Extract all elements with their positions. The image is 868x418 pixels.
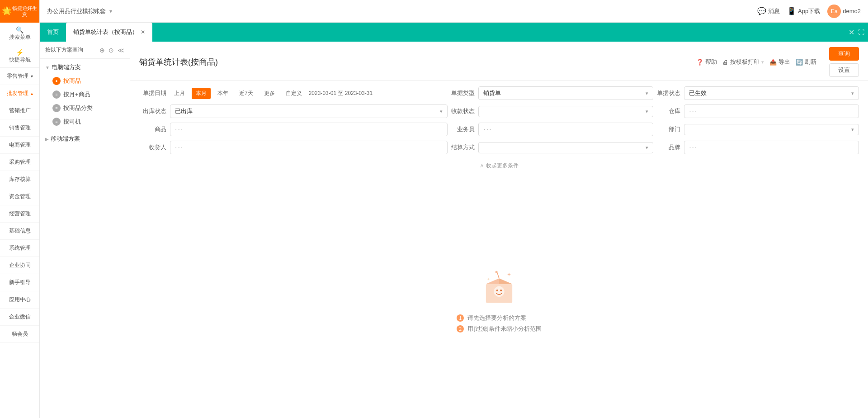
query-button[interactable]: 查询	[829, 47, 859, 61]
collapse-panel-icon[interactable]: ≪	[118, 47, 124, 54]
sidebar-item-member[interactable]: 畅会员	[0, 326, 39, 343]
app-logo: 🌟 畅捷通好生意	[0, 0, 39, 23]
app-download-btn[interactable]: 📱 App下载	[787, 7, 820, 15]
wh-status-arrow: ▾	[440, 109, 443, 114]
sidebar-item-wechat[interactable]: 企业微信	[0, 309, 39, 326]
tab-close-icon[interactable]: ✕	[141, 29, 145, 35]
sidebar-item-quicknav[interactable]: ⚡ 快捷导航	[0, 45, 39, 68]
tree-child-by-driver[interactable]: ≡ 按司机	[40, 115, 130, 128]
svg-point-5	[495, 271, 498, 273]
sidebar-item-search[interactable]: 🔍 搜索菜单	[0, 23, 39, 45]
sidebar-item-ecom[interactable]: 电商管理	[0, 137, 39, 154]
collapse-bar[interactable]: ∧ 收起更多条件	[139, 159, 859, 172]
refresh-btn[interactable]: 🔄 刷新	[796, 58, 816, 66]
dropdown-icon[interactable]: ▾	[109, 8, 112, 14]
chevron-up-icon: ▴	[31, 91, 33, 96]
tab-sales-stats[interactable]: 销货单统计表（按商品） ✕	[66, 23, 152, 42]
filter-area: 单据日期 上月 本月 本年 近7天 更多 自定义 2023-03-01 至 20…	[130, 81, 868, 178]
filter-cell-receipt-status: 收款状态 ▾	[448, 106, 653, 117]
payment-select[interactable]: ▾	[478, 142, 653, 153]
salesman-dots: ···	[483, 125, 492, 133]
tip-num-1: 1	[457, 314, 464, 322]
page-actions: ❓ 帮助 🖨 按模板打印 ▾ 📤 导出 🔄	[696, 58, 816, 66]
tree-expand-icon: ▼	[45, 65, 50, 70]
warehouse-input[interactable]: ···	[684, 104, 859, 118]
receiver-input[interactable]: ···	[170, 141, 448, 154]
settings-button[interactable]: 设置	[829, 63, 859, 77]
dept-select[interactable]: ▾	[684, 124, 859, 135]
settings-scheme-icon[interactable]: ⊙	[108, 47, 114, 54]
sidebar-item-marketing[interactable]: 营销推广	[0, 102, 39, 119]
empty-tip-2: 2 用[过滤]条件来缩小分析范围	[457, 325, 541, 333]
salesman-label: 业务员	[448, 125, 475, 133]
sidebar-item-basic[interactable]: 基础信息	[0, 223, 39, 240]
date-btn-7days[interactable]: 近7天	[235, 88, 257, 99]
add-scheme-icon[interactable]: ⊕	[99, 47, 105, 54]
tree-parent-pc[interactable]: ▼ 电脑端方案	[40, 61, 130, 74]
date-btn-custom[interactable]: 自定义	[282, 88, 306, 99]
tab-home[interactable]: 首页	[40, 23, 66, 42]
doc-type-select[interactable]: 销货单 ▾	[478, 86, 653, 100]
svg-text:✦: ✦	[487, 277, 490, 281]
filter-cell-salesman: 业务员 ···	[448, 123, 653, 136]
scheme-icon-category: ≡	[52, 104, 61, 112]
doc-status-arrow: ▾	[851, 90, 854, 96]
left-panel: 按以下方案查询 ⊕ ⊙ ≪ ▼ 电脑端方案 ● 按商品 ≡ 按月+	[40, 42, 130, 418]
receipt-status-label: 收款状态	[448, 107, 475, 115]
message-icon: 💬	[757, 7, 766, 15]
filter-cell-doctype: 单据类型 销货单 ▾	[448, 86, 653, 100]
filter-row-4: 收货人 ··· 结算方式 ▾	[139, 141, 859, 154]
tab-expand-icon[interactable]: ⛶	[858, 28, 864, 36]
sidebar-item-retail[interactable]: 零售管理 ▾	[0, 68, 39, 85]
brand-label: 品牌	[653, 143, 680, 152]
filter-cell-brand: 品牌 ···	[653, 141, 859, 154]
export-btn[interactable]: 📤 导出	[769, 58, 790, 66]
message-btn[interactable]: 💬 消息	[757, 7, 780, 15]
help-btn[interactable]: ❓ 帮助	[696, 58, 717, 66]
filter-row-3: 商品 ··· 业务员 ···	[139, 123, 859, 136]
sidebar-item-newbie[interactable]: 新手引导	[0, 274, 39, 291]
tab-close-window-icon[interactable]: ✕	[849, 28, 854, 37]
date-btn-this-year[interactable]: 本年	[213, 88, 232, 99]
scheme-active-icon: ●	[52, 77, 61, 85]
refresh-icon: 🔄	[796, 59, 803, 66]
filter-row-1: 单据日期 上月 本月 本年 近7天 更多 自定义 2023-03-01 至 20…	[139, 86, 859, 100]
top-header: 办公用品行业模拟账套 ▾ 💬 消息 📱 App下载 Ea demo2	[40, 0, 868, 23]
wh-status-select[interactable]: 已出库 ▾	[170, 104, 448, 118]
sidebar-item-wholesale[interactable]: 批发管理 ▴	[0, 85, 39, 102]
sidebar-item-inventory[interactable]: 库存核算	[0, 171, 39, 188]
receipt-status-select[interactable]: ▾	[478, 106, 653, 117]
tree-parent-mobile[interactable]: ▶ 移动端方案	[40, 132, 130, 146]
print-btn[interactable]: 🖨 按模板打印 ▾	[722, 58, 764, 66]
doc-status-select[interactable]: 已生效 ▾	[684, 86, 859, 100]
svg-point-3	[500, 290, 502, 291]
sidebar-item-operations[interactable]: 经营管理	[0, 205, 39, 223]
brand-input[interactable]: ···	[684, 141, 859, 154]
empty-tip-1: 1 请先选择要分析的方案	[457, 314, 541, 322]
svg-text:✦: ✦	[507, 271, 511, 277]
sidebar-item-sales[interactable]: 销售管理	[0, 119, 39, 137]
tree-child-by-month-goods[interactable]: ≡ 按月+商品	[40, 88, 130, 101]
industry-label: 办公用品行业模拟账套	[47, 7, 106, 15]
user-info[interactable]: Ea demo2	[827, 5, 861, 18]
goods-input[interactable]: ···	[170, 123, 448, 136]
empty-illustration: ✦ ✦	[476, 263, 522, 309]
sidebar: 🌟 畅捷通好生意 🔍 搜索菜单 ⚡ 快捷导航 零售管理 ▾ 批发管理 ▴ 营销推…	[0, 0, 40, 418]
main-area: 办公用品行业模拟账套 ▾ 💬 消息 📱 App下载 Ea demo2 首页	[40, 0, 868, 418]
tree-child-by-category[interactable]: ≡ 按商品分类	[40, 101, 130, 115]
sidebar-item-finance[interactable]: 资金管理	[0, 188, 39, 205]
sidebar-item-appcenter[interactable]: 应用中心	[0, 291, 39, 309]
tree-child-by-goods[interactable]: ● 按商品	[40, 74, 130, 88]
sidebar-item-purchase[interactable]: 采购管理	[0, 154, 39, 171]
date-btn-more[interactable]: 更多	[260, 88, 279, 99]
svg-point-1	[494, 286, 504, 297]
sidebar-item-collab[interactable]: 企业协同	[0, 257, 39, 274]
date-btn-last-month[interactable]: 上月	[170, 88, 189, 99]
doc-status-label: 单据状态	[653, 89, 680, 97]
date-btn-this-month[interactable]: 本月	[192, 88, 211, 99]
salesman-input[interactable]: ···	[478, 123, 653, 136]
dept-control: ▾	[684, 124, 859, 135]
sidebar-item-system[interactable]: 系统管理	[0, 240, 39, 257]
scheme-icon-month: ≡	[52, 90, 61, 99]
warehouse-control: ···	[684, 104, 859, 118]
